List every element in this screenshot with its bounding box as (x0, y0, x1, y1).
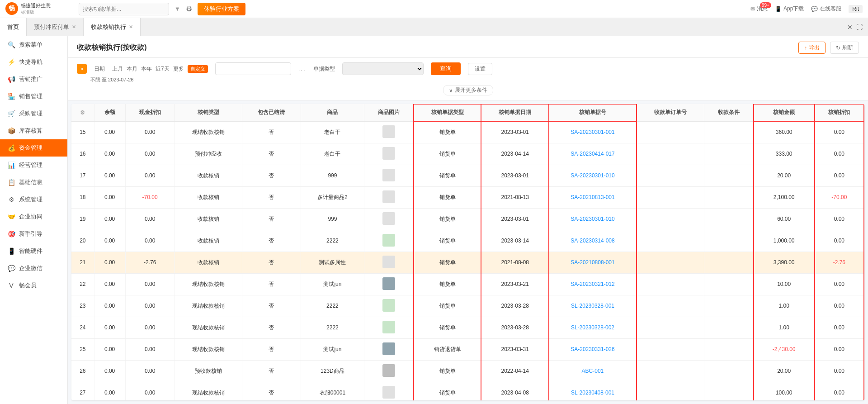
counterparty-search-icon[interactable]: ... (298, 66, 306, 72)
counterparty-input[interactable] (215, 62, 291, 75)
date-custom[interactable]: 自定义 (188, 65, 208, 73)
settings-button[interactable]: 设置 (468, 63, 492, 75)
cell-no: 23 (71, 295, 94, 317)
col-goods-img: 商品图片 (364, 104, 414, 121)
writeoff-no-link[interactable]: SA-20230301-001 (571, 129, 614, 135)
cell-writeoff-amount: 2,100.00 (754, 186, 815, 208)
col-type: 核销类型 (175, 104, 242, 121)
cell-writeoff-no[interactable]: SA-20230301-001 (549, 121, 637, 143)
writeoff-no-link[interactable]: SA-20230331-026 (571, 346, 614, 352)
sidebar-item-hardware[interactable]: 📱 智能硬件 (0, 242, 67, 260)
hardware-icon: 📱 (7, 247, 15, 255)
sidebar-item-collab[interactable]: 🤝 企业协同 (0, 208, 67, 225)
cell-goods: 多计量商品2 (301, 186, 364, 208)
cell-writeoff-no[interactable]: SA-20230314-008 (549, 230, 637, 252)
cell-settled: 否 (242, 230, 301, 252)
table-row: 16 0.00 0.00 预付冲应收 否 老白干 销货单 2023-04-14 … (71, 143, 864, 165)
refresh-button[interactable]: ↻ 刷新 (830, 42, 859, 54)
tab-prepay[interactable]: 预付冲应付单 ✕ (27, 18, 84, 36)
query-button[interactable]: 查询 (431, 62, 461, 75)
col-writeoff-date: 核销单据日期 (481, 104, 549, 121)
receipt-type-select[interactable] (342, 62, 424, 75)
cell-writeoff-no[interactable]: SL-20230328-002 (549, 317, 637, 338)
tab-writeoff-close[interactable]: ✕ (129, 24, 133, 30)
cell-type: 现结收款核销 (175, 317, 242, 338)
cell-writeoff-type: 销货单 (414, 208, 481, 230)
sidebar-item-purchase[interactable]: 🛒 采购管理 (0, 105, 67, 122)
sidebar-item-marketing-label: 营销推广 (19, 75, 42, 83)
cell-writeoff-no[interactable]: ABC-001 (549, 360, 637, 382)
writeoff-no-link[interactable]: SL-20230328-001 (571, 303, 614, 309)
maximize-icon[interactable]: ⛶ (856, 24, 863, 31)
cell-writeoff-amount: 60.00 (754, 208, 815, 230)
cell-cash-discount: 0.00 (125, 338, 175, 360)
message-icon-area[interactable]: ✉ 消息 99+ (750, 5, 768, 13)
cell-writeoff-no[interactable]: SL-20230328-001 (549, 295, 637, 317)
writeoff-no-link[interactable]: SA-20210808-001 (571, 259, 614, 266)
industry-button[interactable]: 休验行业方案 (198, 3, 245, 15)
writeoff-no-link[interactable]: ABC-001 (582, 368, 604, 374)
sidebar-item-quicknav[interactable]: ⚡ 快捷导航 (0, 53, 67, 71)
cell-settled: 否 (242, 121, 301, 143)
sidebar-item-basics[interactable]: 📋 基础信息 (0, 174, 67, 191)
cell-writeoff-no[interactable]: SA-20230331-026 (549, 338, 637, 360)
sidebar-item-guide[interactable]: 🎯 新手引导 (0, 225, 67, 242)
cell-writeoff-no[interactable]: SA-20230414-017 (549, 143, 637, 165)
close-window-icon[interactable]: ✕ (847, 24, 853, 31)
service-icon: 💬 (811, 6, 818, 12)
writeoff-no-link[interactable]: SA-20230301-010 (571, 172, 614, 179)
app-download-area[interactable]: 📱 App下载 (775, 5, 804, 13)
sidebar-item-management[interactable]: 📊 经营管理 (0, 157, 67, 174)
cell-type: 现结收款核销 (175, 121, 242, 143)
date-last-month[interactable]: 上月 (112, 65, 123, 73)
online-service-area[interactable]: 💬 在线客服 (811, 5, 841, 13)
cell-writeoff-no[interactable]: SA-20230301-010 (549, 165, 637, 186)
writeoff-no-link[interactable]: SA-20230321-012 (571, 281, 614, 287)
tab-writeoff[interactable]: 收款核销执行 ✕ (84, 18, 141, 36)
chevron-down-icon: ∨ (449, 87, 453, 94)
cell-writeoff-type: 销货退货单 (414, 338, 481, 360)
writeoff-no-link[interactable]: SA-20210813-001 (571, 194, 614, 200)
sidebar-item-member[interactable]: V 畅会员 (0, 277, 67, 294)
cell-goods-img (364, 143, 414, 165)
sidebar-item-marketing[interactable]: 📢 营销推广 (0, 71, 67, 88)
expand-conditions-button[interactable]: ∨ 展开更多条件 (443, 85, 493, 95)
sidebar-item-search[interactable]: 🔍 搜索菜单 (0, 36, 67, 53)
export-button[interactable]: ↑ 导出 (798, 42, 826, 54)
date-more[interactable]: 更多 (173, 65, 184, 73)
date-7days[interactable]: 近7天 (156, 65, 170, 73)
search-input[interactable] (79, 3, 169, 15)
user-info[interactable]: Rit (849, 5, 863, 13)
cell-writeoff-amount: 10.00 (754, 273, 815, 295)
gear-icon[interactable]: ⚙ (186, 5, 192, 13)
cell-writeoff-no[interactable]: SA-20210808-001 (549, 252, 637, 273)
date-links: 上月 本月 本年 近7天 更多 自定义 (112, 65, 208, 73)
sidebar-item-system[interactable]: ⚙ 系统管理 (0, 191, 67, 208)
writeoff-no-link[interactable]: SA-20230414-017 (571, 151, 614, 157)
cell-settled: 否 (242, 295, 301, 317)
tab-home[interactable]: 首页 (0, 18, 27, 36)
sidebar-item-weixin[interactable]: 💬 企业微信 (0, 260, 67, 277)
cell-cash-discount: 0.00 (125, 273, 175, 295)
date-this-month[interactable]: 本月 (127, 65, 137, 73)
column-settings-icon[interactable]: ⚙ (80, 109, 85, 116)
cell-writeoff-no[interactable]: SL-20230408-001 (549, 382, 637, 400)
date-this-year[interactable]: 本年 (141, 65, 152, 73)
sidebar-item-member-label: 畅会员 (19, 281, 37, 290)
sidebar-item-finance[interactable]: 💰 资金管理 (0, 139, 67, 157)
writeoff-no-link[interactable]: SA-20230301-010 (571, 216, 614, 222)
sidebar-item-sales[interactable]: 🏪 销售管理 (0, 88, 67, 105)
writeoff-no-link[interactable]: SL-20230408-001 (571, 390, 614, 396)
filter-toggle-button[interactable]: » (77, 64, 87, 74)
cell-writeoff-no[interactable]: SA-20210813-001 (549, 186, 637, 208)
sidebar-item-inventory[interactable]: 📦 库存核算 (0, 122, 67, 139)
writeoff-no-link[interactable]: SL-20230328-002 (571, 324, 614, 331)
tab-prepay-close[interactable]: ✕ (72, 24, 76, 30)
cell-writeoff-no[interactable]: SA-20230301-010 (549, 208, 637, 230)
top-bar: 畅 畅捷通好生意 标准版 ▼ ⚙ 休验行业方案 ✉ 消息 99+ 📱 App下载… (0, 0, 868, 18)
cell-type: 预收款核销 (175, 360, 242, 382)
cell-type: 收款核销 (175, 252, 242, 273)
search-dropdown-icon[interactable]: ▼ (175, 5, 180, 12)
cell-writeoff-no[interactable]: SA-20230321-012 (549, 273, 637, 295)
writeoff-no-link[interactable]: SA-20230314-008 (571, 238, 614, 244)
